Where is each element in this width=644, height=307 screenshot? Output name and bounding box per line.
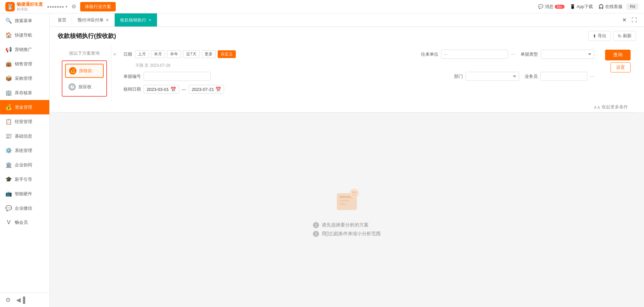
date-this-year-btn[interactable]: 本年: [167, 50, 181, 58]
tabs-bar: 首页 预付冲应付单 ✕ 收款核销执行 ✕ ✕ ⛶: [50, 13, 644, 27]
sidebar-item-enterprise[interactable]: 🏛️ 企业协同: [0, 158, 49, 172]
sidebar-item-finance[interactable]: 💰 资金管理: [0, 100, 49, 114]
sidebar-item-inventory[interactable]: 🏢 库存核算: [0, 86, 49, 100]
page-actions: ⬆ 导出 ↻ 刷新: [588, 31, 636, 41]
staff-label: 业务员: [525, 73, 538, 80]
sidebar-item-vip[interactable]: V 畅会员: [0, 215, 49, 229]
filter-options-box: 💰 按收款 🕐 按应收: [62, 60, 107, 97]
tab-expand-icon[interactable]: ⛶: [630, 16, 639, 24]
sidebar-item-quick-nav[interactable]: 🏠 快捷导航: [0, 28, 49, 42]
sidebar-item-label-guide: 新手引导: [15, 176, 32, 183]
query-btn[interactable]: 查询: [605, 50, 631, 60]
tab-prepay-close-icon[interactable]: ✕: [106, 18, 109, 22]
company-selector[interactable]: ●●●●●●● ▾: [47, 4, 67, 9]
verify-date-start-picker[interactable]: 2023-03-01 📅: [144, 85, 179, 94]
marketing-icon: 📢: [5, 46, 12, 53]
empty-state: 1 请先选择要分析的方案 2 用[过滤]条件来缩小分析范围: [50, 113, 644, 307]
dropdown-icon: ▾: [65, 4, 67, 9]
doc-no-input[interactable]: [144, 72, 211, 81]
finance-icon: 💰: [5, 104, 12, 110]
empty-tip-1: 1 请先选择要分析的方案: [313, 222, 381, 228]
sidebar-collapse-icon[interactable]: ◀▐: [16, 296, 25, 304]
doc-type-field: 单据类型: [521, 50, 594, 59]
export-btn[interactable]: ⬆ 导出: [588, 31, 611, 41]
tab-prepay-offset[interactable]: 预付冲应付单 ✕: [72, 13, 115, 27]
date-custom-btn[interactable]: 自定义: [218, 50, 236, 58]
sidebar-item-basic-info[interactable]: 📰 基础信息: [0, 129, 49, 143]
staff-field: 业务员 ···: [525, 72, 594, 81]
sidebar-item-label-sales: 销售管理: [15, 61, 32, 67]
solution-btn[interactable]: 体验行业方案: [80, 2, 116, 11]
refresh-btn[interactable]: ↻ 刷新: [613, 31, 636, 41]
counterpart-input[interactable]: [441, 50, 508, 59]
doc-type-select[interactable]: [541, 50, 594, 59]
date-last-7days-btn[interactable]: 近7天: [183, 50, 200, 58]
logo-icon: 🐰: [5, 2, 15, 11]
counterpart-label: 往来单位: [421, 51, 438, 57]
filter-form: 日期 上月 本月 本年 近7天 更多 自定义: [118, 45, 600, 102]
sidebar-item-label-finance: 资金管理: [15, 104, 32, 110]
sidebar-item-search[interactable]: 🔍 搜索菜单: [0, 13, 49, 28]
sidebar-item-purchase[interactable]: 📦 采购管理: [0, 71, 49, 86]
phone-icon: 📱: [570, 4, 575, 9]
sidebar-item-guide[interactable]: 🎓 新手引导: [0, 172, 49, 187]
sidebar-gear-icon[interactable]: ⚙: [5, 296, 11, 304]
staff-dots[interactable]: ···: [590, 73, 594, 80]
sidebar-item-sales[interactable]: 👜 销售管理: [0, 57, 49, 71]
sidebar-item-label-vip: 畅会员: [15, 219, 28, 225]
verify-date-end-picker[interactable]: 2023-07-21 📅: [189, 85, 224, 94]
sidebar-item-label-smart-hw: 智能硬件: [15, 191, 32, 197]
sidebar-item-wechat-biz[interactable]: 💬 企业微信: [0, 201, 49, 215]
tab-close-all-icon[interactable]: ✕: [620, 16, 629, 24]
svg-point-6: [355, 191, 357, 193]
sidebar-item-label-inventory: 库存核算: [15, 90, 32, 96]
date-more-btn[interactable]: 更多: [202, 50, 216, 58]
smart-hw-icon: 📺: [5, 191, 12, 197]
sidebar-item-label-operations: 经营管理: [15, 119, 32, 125]
tab-home[interactable]: 首页: [52, 13, 72, 27]
collapse-more-btn[interactable]: ∧∧ 收起更多条件: [594, 104, 628, 110]
tip-num-2: 2: [313, 231, 319, 237]
enterprise-icon: 🏛️: [5, 162, 12, 168]
svg-rect-2: [339, 200, 350, 201]
operations-icon: 📋: [5, 118, 12, 125]
tab-receipt-offset[interactable]: 收款核销执行 ✕: [115, 13, 157, 27]
content-area: 首页 预付冲应付单 ✕ 收款核销执行 ✕ ✕ ⛶ 收款核销执行(按收款) ⬆: [50, 13, 644, 307]
filter-settings-btn[interactable]: 设置: [610, 62, 631, 72]
verify-date-field: 核销日期 2023-03-01 📅 — 2023-07-21 📅: [123, 85, 224, 94]
dept-select[interactable]: [466, 72, 519, 81]
svg-point-5: [352, 191, 354, 193]
date-range-note: 不限 至 2023-07-26: [136, 63, 170, 68]
filter-inner: 按以下方案查询 💰 按收款 🕐 按应收: [58, 45, 636, 102]
export-icon: ⬆: [593, 34, 596, 39]
online-service-btn[interactable]: 🎧 在线客服: [598, 4, 623, 10]
inventory-icon: 🏢: [5, 90, 12, 96]
sidebar-item-system[interactable]: ⚙️ 系统管理: [0, 143, 49, 158]
tab-receipt-close-icon[interactable]: ✕: [148, 18, 152, 22]
sidebar-item-marketing[interactable]: 📢 营销推广: [0, 42, 49, 57]
filter-row-2: 单据编号 部门 业务员: [123, 72, 594, 81]
message-btn[interactable]: 💬 消息 99+: [538, 4, 565, 10]
app-logo: 🐰 畅捷通好生意 标准版: [5, 2, 43, 11]
filter-sidebar: 按以下方案查询 💰 按收款 🕐 按应收: [58, 45, 111, 102]
staff-input[interactable]: [540, 72, 587, 81]
counterpart-dots[interactable]: ···: [511, 51, 515, 57]
settings-icon[interactable]: ⚙: [71, 3, 76, 10]
doc-type-label: 单据类型: [521, 51, 538, 57]
date-this-month-btn[interactable]: 本月: [151, 50, 165, 58]
date-last-month-btn[interactable]: 上月: [135, 50, 149, 58]
sales-icon: 👜: [5, 61, 12, 67]
date-label: 日期: [123, 51, 132, 57]
sidebar-item-operations[interactable]: 📋 经营管理: [0, 114, 49, 129]
sidebar-item-label-wechat-biz: 企业微信: [15, 205, 32, 211]
filter-sidebar-collapse-btn[interactable]: «: [111, 45, 118, 57]
filter-option-receipt[interactable]: 💰 按收款: [65, 64, 104, 78]
app-download-btn[interactable]: 📱 App下载: [570, 4, 593, 10]
tip-num-1: 1: [313, 222, 319, 228]
sidebar-item-label-marketing: 营销推广: [15, 47, 32, 53]
sidebar-item-smart-hw[interactable]: 📺 智能硬件: [0, 187, 49, 201]
filter-option-receivable[interactable]: 🕐 按应收: [65, 81, 104, 93]
sidebar-item-label-search: 搜索菜单: [15, 18, 32, 24]
user-avatar[interactable]: Rit: [627, 3, 639, 10]
page-header: 收款核销执行(按收款) ⬆ 导出 ↻ 刷新: [50, 27, 644, 113]
